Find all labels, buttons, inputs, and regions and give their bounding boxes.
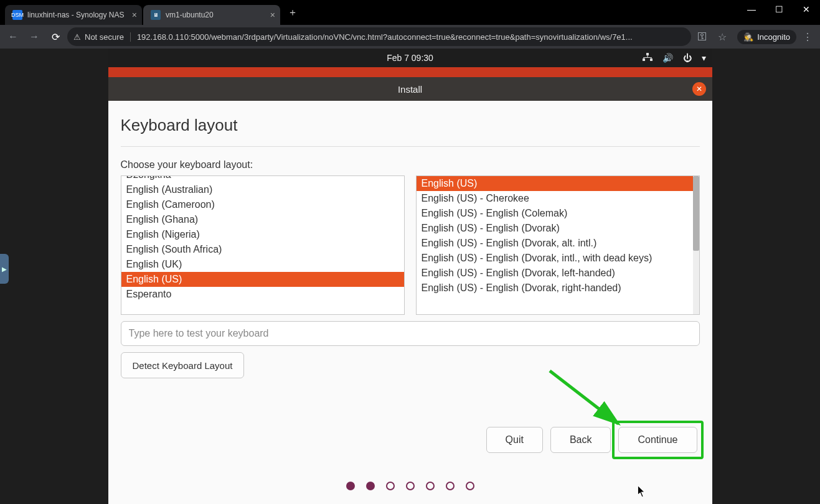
reload-icon[interactable]: ⟳ (46, 27, 65, 46)
svg-rect-0 (646, 53, 649, 55)
browser-titlebar: DSM linuxhint-nas - Synology NAS × 🖥 vm1… (0, 0, 820, 25)
back-icon[interactable]: ← (4, 27, 22, 46)
list-item[interactable]: English (Cameroon) (121, 197, 404, 212)
list-item[interactable]: Esperanto (121, 287, 404, 302)
progress-dots (108, 482, 712, 490)
progress-dot (406, 482, 415, 490)
new-tab-button[interactable]: ＋ (284, 4, 301, 21)
power-icon[interactable]: ⏻ (683, 53, 692, 63)
list-item[interactable]: English (US) - English (Dvorak, right-ha… (417, 281, 699, 296)
tab-title: vm1-ubuntu20 (166, 11, 214, 19)
gnome-top-bar[interactable]: Feb 7 09:30 🔊 ⏻ ▾ (108, 49, 712, 67)
installer-accent-strip (108, 67, 712, 77)
list-item[interactable]: English (US) - English (Colemak) (417, 206, 699, 221)
svg-rect-4 (643, 57, 651, 58)
menu-icon[interactable]: ⋮ (799, 28, 816, 45)
list-item[interactable]: English (US) - English (Dvorak, alt. int… (417, 236, 699, 251)
browser-toolbar: ← → ⟳ ⚠ Not secure 192.168.0.110:5000/we… (0, 25, 820, 49)
favicon-dsm: DSM (12, 10, 22, 20)
layout-variant-list[interactable]: English (US)English (US) - CherokeeEngli… (416, 175, 700, 315)
tab-vm1[interactable]: 🖥 vm1-ubuntu20 × (143, 5, 280, 25)
list-item[interactable]: English (Ghana) (121, 212, 404, 227)
window-title: Install (398, 84, 422, 95)
list-item[interactable]: English (Nigeria) (121, 227, 404, 242)
back-button[interactable]: Back (550, 427, 611, 453)
list-item[interactable]: English (UK) (121, 257, 404, 272)
list-item[interactable]: English (US) - Cherokee (417, 191, 699, 206)
url-text: 192.168.0.110:5000/webman/3rdparty/Virtu… (137, 32, 633, 42)
incognito-label: Incognito (757, 32, 790, 42)
system-tray[interactable]: 🔊 ⏻ ▾ (643, 53, 706, 63)
maximize-icon[interactable]: ☐ (765, 0, 793, 19)
close-icon[interactable]: × (132, 10, 137, 20)
cursor-icon (638, 485, 646, 498)
chevron-down-icon[interactable]: ▾ (702, 53, 706, 63)
list-item[interactable]: English (US) - English (Dvorak, left-han… (417, 266, 699, 281)
page-title: Keyboard layout (121, 116, 700, 135)
divider (121, 146, 700, 147)
security-label: Not secure (85, 32, 124, 42)
keyboard-test-input[interactable] (121, 321, 700, 346)
progress-dot (446, 482, 455, 490)
progress-dot (466, 482, 474, 490)
continue-button[interactable]: Continue (618, 427, 697, 453)
tab-linuxhint[interactable]: DSM linuxhint-nas - Synology NAS × (5, 5, 142, 25)
installer-body: Keyboard layout Choose your keyboard lay… (108, 101, 712, 504)
scrollbar[interactable] (693, 176, 699, 314)
vnc-viewport: Feb 7 09:30 🔊 ⏻ ▾ Install ✕ Keyboard lay… (0, 49, 820, 504)
warning-icon: ⚠ (73, 32, 81, 42)
favicon-vnc: 🖥 (151, 10, 161, 20)
progress-dot (386, 482, 395, 490)
list-item[interactable]: English (US) - English (Dvorak, intl., w… (417, 251, 699, 266)
svg-rect-5 (643, 57, 644, 59)
scroll-thumb[interactable] (693, 176, 699, 251)
minimize-icon[interactable]: — (738, 0, 765, 19)
list-item[interactable]: English (South Africa) (121, 242, 404, 257)
quit-button[interactable]: Quit (486, 427, 543, 453)
svg-line-7 (550, 371, 618, 424)
forward-icon: → (25, 27, 44, 46)
progress-dot (346, 482, 355, 490)
address-bar[interactable]: ⚠ Not secure 192.168.0.110:5000/webman/3… (67, 27, 691, 46)
prompt-label: Choose your keyboard layout: (121, 159, 700, 170)
star-icon[interactable]: ☆ (714, 28, 731, 45)
close-window-icon[interactable]: ✕ (793, 0, 820, 19)
network-icon[interactable] (643, 53, 653, 63)
key-icon[interactable]: ⚿ (694, 28, 711, 45)
layout-language-list[interactable]: DzongkhaEnglish (Australian)English (Cam… (121, 175, 405, 315)
clock[interactable]: Feb 7 09:30 (387, 53, 433, 63)
window-controls: — ☐ ✕ (738, 0, 820, 19)
installer-titlebar[interactable]: Install ✕ (108, 77, 712, 101)
list-item[interactable]: English (US) (417, 176, 699, 191)
list-item[interactable]: Dzongkha (121, 175, 404, 182)
close-icon[interactable]: ✕ (692, 82, 706, 96)
ubuntu-desktop: Feb 7 09:30 🔊 ⏻ ▾ Install ✕ Keyboard lay… (108, 49, 712, 504)
volume-icon[interactable]: 🔊 (662, 53, 673, 63)
svg-rect-6 (651, 57, 651, 59)
detect-keyboard-button[interactable]: Detect Keyboard Layout (121, 352, 245, 378)
security-chip[interactable]: ⚠ Not secure (73, 32, 131, 42)
progress-dot (426, 482, 435, 490)
incognito-icon: 🕵 (743, 32, 753, 42)
tab-title: linuxhint-nas - Synology NAS (27, 11, 124, 19)
list-item[interactable]: English (Australian) (121, 182, 404, 197)
list-item[interactable]: English (US) (121, 272, 404, 287)
incognito-chip[interactable]: 🕵 Incognito (737, 30, 796, 44)
novnc-handle[interactable]: ▶ (0, 254, 9, 284)
progress-dot (366, 482, 375, 490)
close-icon[interactable]: × (270, 10, 275, 20)
list-item[interactable]: English (US) - English (Dvorak) (417, 221, 699, 236)
